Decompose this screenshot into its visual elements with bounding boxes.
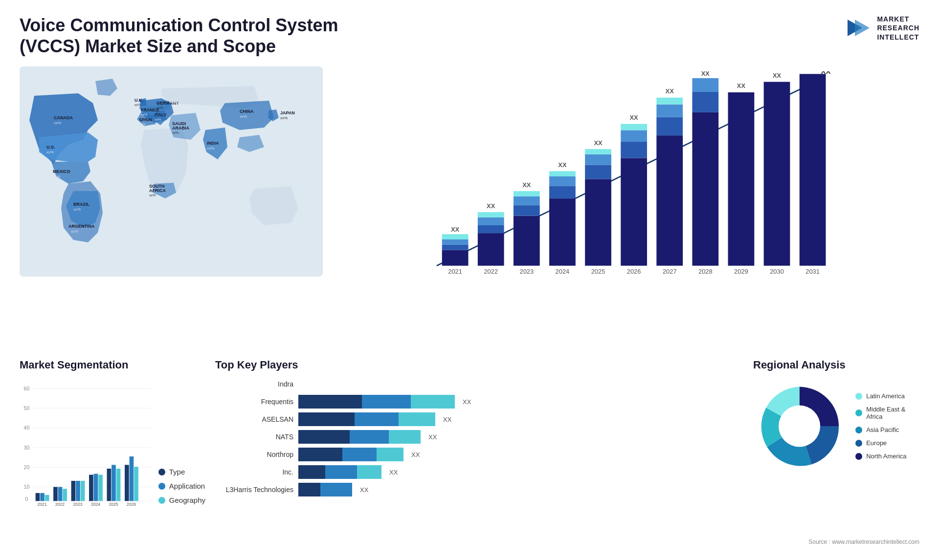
svg-rect-70 — [621, 124, 647, 130]
dot-latin — [855, 393, 862, 400]
svg-text:2027: 2027 — [663, 268, 677, 275]
growth-chart-section: XX 2021 XX 2022 XX 2023 — [333, 66, 919, 349]
legend-label-type: Type — [169, 468, 185, 476]
regional-legend-europe: Europe — [855, 439, 919, 447]
legend-label-application: Application — [169, 482, 205, 490]
bar-seg3 — [357, 465, 381, 479]
svg-rect-129 — [134, 467, 138, 501]
svg-rect-68 — [621, 142, 647, 158]
regional-title: Regional Analysis — [753, 359, 919, 371]
svg-rect-45 — [478, 217, 504, 225]
logo-line3: INTELLECT — [877, 33, 919, 42]
svg-rect-117 — [81, 481, 85, 501]
svg-rect-127 — [125, 465, 129, 501]
svg-text:XX: XX — [594, 139, 603, 147]
svg-rect-80 — [692, 92, 718, 112]
svg-rect-52 — [514, 191, 540, 196]
svg-rect-74 — [656, 117, 683, 136]
svg-text:XX: XX — [558, 161, 567, 169]
svg-text:10: 10 — [24, 484, 30, 490]
player-xx-frequentis: XX — [463, 398, 471, 406]
svg-text:40: 40 — [24, 425, 30, 431]
regional-legend-mea: Middle East & Africa — [855, 406, 919, 420]
bar-seg2 — [342, 448, 377, 461]
player-bar-nats — [298, 430, 421, 444]
bar-seg2 — [362, 395, 411, 409]
player-bar-northrop — [298, 448, 403, 461]
player-row-inc: Inc. XX — [215, 465, 743, 479]
legend-type: Type — [158, 468, 205, 476]
svg-text:XX: XX — [522, 181, 531, 189]
label-europe: Europe — [866, 439, 887, 447]
player-name-nats: NATS — [215, 433, 293, 441]
svg-text:ITALY: ITALY — [155, 112, 167, 117]
svg-rect-109 — [45, 495, 49, 501]
player-xx-inc: XX — [389, 469, 398, 476]
svg-rect-69 — [621, 130, 647, 142]
svg-rect-56 — [549, 186, 576, 199]
svg-marker-1 — [855, 20, 870, 36]
player-name-frequentis: Frequentis — [215, 398, 293, 406]
bar-seg3 — [399, 412, 435, 426]
svg-text:2031: 2031 — [805, 268, 820, 275]
svg-text:XX: XX — [701, 71, 710, 77]
legend-dot-geography — [158, 497, 165, 504]
svg-rect-90 — [800, 74, 826, 266]
regional-legend-latin: Latin America — [855, 392, 919, 400]
segmentation-section: Market Segmentation 60 50 40 30 20 10 0 — [20, 359, 205, 535]
svg-text:30: 30 — [24, 445, 30, 451]
svg-text:xx%: xx% — [73, 207, 81, 212]
svg-text:xx%: xx% — [156, 106, 163, 109]
bar-seg3 — [411, 395, 455, 409]
svg-rect-58 — [549, 172, 576, 177]
svg-text:JAPAN: JAPAN — [280, 110, 295, 115]
regional-legend-na: North America — [855, 452, 919, 460]
bar-seg2 — [355, 412, 399, 426]
svg-text:0: 0 — [25, 496, 28, 502]
svg-rect-128 — [130, 456, 134, 501]
svg-text:2021: 2021 — [37, 502, 46, 507]
player-row-frequentis: Frequentis XX — [215, 395, 743, 409]
svg-text:2025: 2025 — [591, 268, 605, 275]
svg-rect-62 — [585, 165, 611, 179]
regional-legend: Latin America Middle East & Africa Asia … — [855, 392, 919, 460]
svg-text:U.S.: U.S. — [46, 145, 55, 150]
player-name-inc: Inc. — [215, 468, 293, 476]
player-xx-aselsan: XX — [443, 416, 451, 423]
bar-seg3 — [377, 448, 403, 461]
svg-text:xx%: xx% — [172, 131, 179, 134]
svg-text:50: 50 — [24, 405, 30, 411]
legend-label-geography: Geography — [169, 496, 205, 504]
svg-rect-124 — [112, 465, 116, 501]
svg-text:20: 20 — [24, 464, 30, 470]
svg-text:CHINA: CHINA — [240, 109, 254, 114]
svg-text:2029: 2029 — [734, 268, 748, 275]
player-xx-l3harris: XX — [360, 486, 368, 494]
svg-text:XX: XX — [737, 83, 746, 90]
svg-rect-49 — [514, 216, 540, 266]
svg-text:2022: 2022 — [484, 268, 498, 275]
svg-text:2021: 2021 — [448, 268, 462, 275]
bar-seg2 — [325, 465, 357, 479]
player-row-northrop: Northrop XX — [215, 448, 743, 461]
svg-text:XX: XX — [821, 71, 830, 75]
page-container: Voice Communication Control System (VCCS… — [0, 0, 939, 560]
player-row-indra: Indra — [215, 377, 743, 391]
svg-text:ARABIA: ARABIA — [172, 126, 189, 130]
svg-text:2030: 2030 — [770, 268, 784, 275]
player-xx-northrop: XX — [411, 451, 420, 458]
svg-rect-115 — [71, 481, 76, 501]
player-bar-l3harris — [298, 483, 352, 496]
svg-rect-75 — [656, 105, 683, 117]
svg-rect-50 — [514, 206, 540, 216]
player-name-indra: Indra — [215, 380, 293, 388]
svg-text:2024: 2024 — [91, 502, 100, 507]
svg-rect-76 — [656, 98, 683, 105]
logo-area: MARKET RESEARCH INTELLECT — [845, 15, 919, 42]
svg-text:SPAIN: SPAIN — [139, 117, 152, 122]
legend-dot-type — [158, 469, 165, 475]
bar-seg1 — [298, 395, 362, 409]
svg-text:MEXICO: MEXICO — [53, 169, 70, 174]
player-bar-aselsan — [298, 412, 435, 426]
page-title: Voice Communication Control System (VCCS… — [20, 15, 362, 57]
